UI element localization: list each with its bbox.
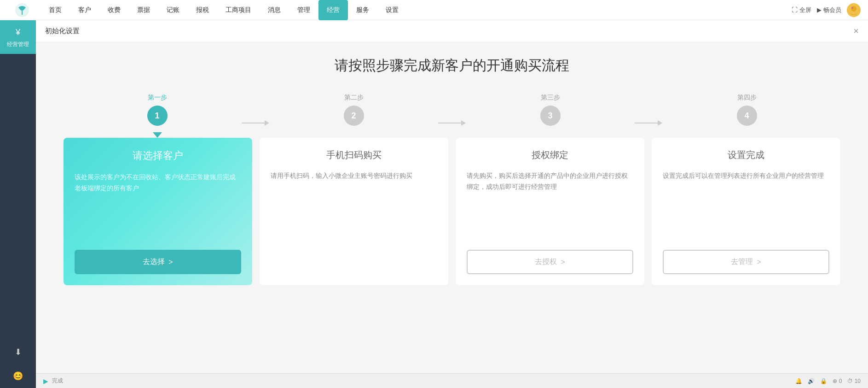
timer-count: ⏱ 10 [847, 378, 861, 384]
step-card-3: 授权绑定 请先购买，购买后选择开通的产品中的企业用户进行授权绑定，成功后即可进行… [456, 138, 644, 285]
step-circle-3: 3 [540, 106, 561, 126]
step-circle-2: 2 [344, 106, 364, 126]
go-manage-button[interactable]: 去管理 > [663, 250, 829, 274]
lock-icon: 🔒 [820, 378, 827, 384]
fullscreen-icon: ⛶ [792, 6, 798, 13]
main-title: 请按照步骤完成新客户的开通购买流程 [64, 56, 840, 75]
go-authorize-label: 去授权 [535, 257, 557, 267]
add-count: ⊕ 0 [833, 378, 842, 384]
svg-point-3 [851, 7, 853, 9]
fullscreen-button[interactable]: ⛶ 全屏 [792, 6, 811, 14]
nav-right: ⛶ 全屏 ▶ 畅会员 [792, 3, 861, 17]
go-manage-label: 去管理 [731, 257, 753, 267]
nav-message[interactable]: 消息 [260, 0, 289, 20]
arrow-line-1 [242, 123, 265, 123]
step-active-indicator [153, 132, 162, 138]
steps-row: 第一步 1 第二步 2 [64, 94, 840, 126]
card-desc-1: 该处展示的客户为不在回收站、客户状态正常建账后完成老板端绑定的所有客户 [75, 172, 241, 239]
nav-manage[interactable]: 管理 [289, 0, 318, 20]
card-desc-2: 请用手机扫码，输入小微企业主账号密码进行购买 [271, 170, 437, 274]
main-layout: ¥ 经营管理 ⬇ 😊 初始化设置 × 请按照步骤完成新客户的开通购买流程 [0, 20, 868, 388]
sidebar: ¥ 经营管理 ⬇ 😊 [0, 20, 36, 388]
step-block-4: 第四步 4 [662, 94, 831, 126]
go-select-arrow: > [168, 258, 173, 266]
fullscreen-label: 全屏 [799, 6, 811, 14]
step-card-4: 设置完成 设置完成后可以在管理列表进行所有企业用户的经营管理 去管理 > [652, 138, 840, 285]
step-arrow-2 [438, 120, 466, 126]
sidebar-item-operation[interactable]: ¥ 经营管理 [0, 20, 36, 54]
card-title-3: 授权绑定 [467, 149, 633, 161]
sidebar-help[interactable]: 😊 [0, 364, 36, 388]
status-left: ▶ 完成 [43, 377, 63, 385]
step-card-2: 手机扫码购买 请用手机扫码，输入小微企业主账号密码进行购买 [260, 138, 448, 285]
card-title-2: 手机扫码购买 [271, 149, 437, 161]
operation-icon: ¥ [12, 26, 24, 39]
card-desc-4: 设置完成后可以在管理列表进行所有企业用户的经营管理 [663, 170, 829, 239]
help-icon: 😊 [12, 370, 24, 382]
step-block-3: 第三步 3 [466, 94, 635, 126]
play-button[interactable]: ▶ [43, 377, 48, 385]
nav-operation[interactable]: 经营 [318, 0, 348, 20]
page-title: 初始化设置 [45, 27, 80, 35]
nav-fee[interactable]: 收费 [99, 0, 129, 20]
step-label-3: 第三步 [541, 94, 560, 102]
status-label: 完成 [52, 377, 63, 385]
volume-icon: 🔊 [808, 378, 815, 384]
sidebar-download[interactable]: ⬇ [0, 340, 36, 364]
vip-button[interactable]: ▶ 畅会员 [817, 6, 841, 14]
step-block-2: 第二步 2 [269, 94, 438, 126]
card-desc-3: 请先购买，购买后选择开通的产品中的企业用户进行授权绑定，成功后即可进行经营管理 [467, 170, 633, 239]
arrow-head-1 [265, 120, 269, 126]
download-icon: ⬇ [12, 346, 24, 359]
logo-icon [7, 3, 37, 18]
status-right: 🔔 🔊 🔒 ⊕ 0 ⏱ 10 [795, 378, 861, 384]
step-label-2: 第二步 [344, 94, 364, 102]
card-title-1: 请选择客户 [75, 149, 241, 163]
top-nav: 首页 客户 收费 票据 记账 报税 工商项目 消息 管理 经营 服务 设置 ⛶ … [0, 0, 868, 20]
vip-label: 畅会员 [823, 6, 841, 14]
close-button[interactable]: × [853, 26, 859, 36]
step-circle-1: 1 [147, 106, 168, 126]
arrow-line-2 [438, 123, 461, 123]
nav-home[interactable]: 首页 [41, 0, 70, 20]
step-block-1: 第一步 1 [73, 94, 242, 126]
cards-row: 请选择客户 该处展示的客户为不在回收站、客户状态正常建账后完成老板端绑定的所有客… [64, 138, 840, 285]
arrow-line-3 [635, 123, 658, 123]
nav-account[interactable]: 记账 [158, 0, 188, 20]
status-bar: ▶ 完成 🔔 🔊 🔒 ⊕ 0 ⏱ 10 [36, 373, 868, 388]
nav-tax[interactable]: 报税 [188, 0, 217, 20]
avatar[interactable] [847, 3, 861, 17]
page-content: 请按照步骤完成新客户的开通购买流程 第一步 1 第二步 2 [36, 42, 868, 373]
sidebar-bottom: ⬇ 😊 [0, 340, 36, 388]
nav-customer[interactable]: 客户 [70, 0, 99, 20]
content-area: 初始化设置 × 请按照步骤完成新客户的开通购买流程 第一步 1 第 [36, 20, 868, 388]
page-header: 初始化设置 × [36, 20, 868, 42]
step-arrow-3 [635, 120, 662, 126]
svg-point-2 [851, 6, 856, 12]
card-title-4: 设置完成 [663, 149, 829, 161]
go-authorize-arrow: > [561, 258, 565, 266]
go-select-button[interactable]: 去选择 > [75, 250, 241, 274]
nav-bill[interactable]: 票据 [129, 0, 158, 20]
nav-settings[interactable]: 设置 [377, 0, 407, 20]
step-label-1: 第一步 [148, 94, 167, 102]
go-manage-arrow: > [757, 258, 761, 266]
step-circle-4: 4 [737, 106, 757, 126]
go-authorize-button[interactable]: 去授权 > [467, 250, 633, 274]
step-label-4: 第四步 [737, 94, 757, 102]
vip-icon: ▶ [817, 6, 822, 13]
arrow-head-3 [658, 120, 662, 126]
nav-items: 首页 客户 收费 票据 记账 报税 工商项目 消息 管理 经营 服务 设置 [41, 0, 792, 20]
step-arrow-1 [242, 120, 269, 126]
sidebar-item-label: 经营管理 [7, 41, 29, 48]
step-card-1: 请选择客户 该处展示的客户为不在回收站、客户状态正常建账后完成老板端绑定的所有客… [64, 138, 252, 285]
nav-industry[interactable]: 工商项目 [217, 0, 260, 20]
go-select-label: 去选择 [143, 257, 165, 267]
nav-service[interactable]: 服务 [348, 0, 377, 20]
notification-icon: 🔔 [795, 378, 802, 384]
arrow-head-2 [461, 120, 466, 126]
